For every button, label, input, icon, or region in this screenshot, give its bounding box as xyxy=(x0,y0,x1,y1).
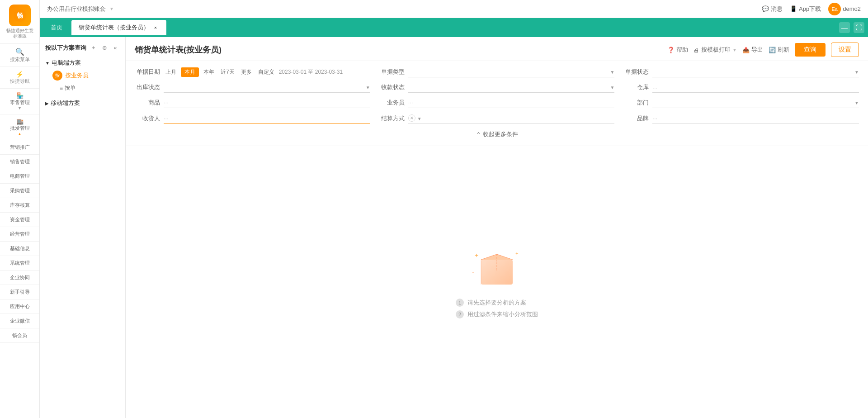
consignee-label: 收货人 xyxy=(135,114,160,123)
query-button[interactable]: 查询 xyxy=(795,43,826,57)
app-download-btn[interactable]: 📱 App下载 xyxy=(790,5,821,13)
sidebar-item-purchase[interactable]: 采购管理 xyxy=(0,184,39,198)
brand-select[interactable]: ··· xyxy=(652,115,859,122)
pc-scheme-label: 电脑端方案 xyxy=(52,59,81,67)
product-control: ··· xyxy=(164,97,370,108)
date-btn-more[interactable]: 更多 xyxy=(239,67,254,77)
salesperson-filter: 业务员 ··· xyxy=(379,97,615,108)
department-select[interactable] xyxy=(652,99,859,106)
print-btn[interactable]: 🖨 按模板打印 ▼ xyxy=(693,46,737,54)
export-icon: 📤 xyxy=(742,47,750,53)
sidebar-item-appstore[interactable]: 应用中心 xyxy=(0,299,39,314)
settlement-arrow xyxy=(417,115,422,122)
basic-label: 基础信息 xyxy=(2,245,38,252)
warehouse-select[interactable]: ... xyxy=(652,84,859,90)
collapse-panel-btn[interactable]: « xyxy=(111,43,120,52)
sidebar-item-finance[interactable]: 资金管理 xyxy=(0,213,39,227)
department-filter: 部门 xyxy=(623,97,859,108)
empty-tips: 1 请先选择要分析的方案 2 用过滤条件来缩小分析范围 xyxy=(456,299,538,318)
sidebar-item-wechat[interactable]: 企业微信 xyxy=(0,314,39,328)
out-status-select[interactable] xyxy=(164,84,370,90)
filter-row-3: 商品 ··· 业务员 ··· xyxy=(135,97,859,108)
topbar-left: 办公用品行业模拟账套 ▼ xyxy=(47,5,114,13)
inventory-label: 库存核算 xyxy=(2,202,38,209)
tab-sales-stats[interactable]: 销货单统计表（按业务员） × xyxy=(71,20,166,35)
tab-home-label: 首页 xyxy=(51,24,62,32)
sidebar-item-ecommerce[interactable]: 电商管理 xyxy=(0,169,39,184)
pc-scheme-triangle: ▼ xyxy=(45,61,50,66)
minimize-btn[interactable]: — xyxy=(839,22,850,33)
collapse-icon: ⌃ xyxy=(476,131,481,138)
main-area: 办公用品行业模拟账套 ▼ 💬 消息 📱 App下载 Ea demo2 首页 xyxy=(40,0,868,418)
order-type-select[interactable] xyxy=(408,68,615,75)
print-dropdown-icon[interactable]: ▼ xyxy=(732,48,737,52)
tip2-num: 2 xyxy=(456,310,464,318)
refresh-icon: 🔄 xyxy=(769,47,776,53)
svg-text:⬥: ⬥ xyxy=(472,270,474,274)
sidebar-item-inventory[interactable]: 库存核算 xyxy=(0,198,39,213)
date-btn-thismonth[interactable]: 本月 xyxy=(181,67,199,77)
scheme-item-salesperson[interactable]: 按 按业务员 xyxy=(40,69,125,82)
account-dropdown-icon[interactable]: ▼ xyxy=(109,6,114,11)
logo-icon: 畅 xyxy=(9,5,31,26)
setting-button[interactable]: 设置 xyxy=(831,43,859,57)
help-label: 帮助 xyxy=(676,46,688,54)
sidebar-item-sales[interactable]: 销售管理 xyxy=(0,155,39,169)
refresh-btn[interactable]: 🔄 刷新 xyxy=(769,46,789,54)
maximize-btn[interactable]: ⛶ xyxy=(854,22,864,33)
sidebar-item-enterprise[interactable]: 企业协同 xyxy=(0,271,39,285)
product-filter: 商品 ··· xyxy=(135,97,370,108)
export-btn[interactable]: 📤 导出 xyxy=(742,46,763,54)
mobile-scheme-header[interactable]: ▶ 移动端方案 xyxy=(40,97,125,109)
salesperson-select[interactable]: ··· xyxy=(408,99,615,106)
user-avatar-area[interactable]: Ea demo2 xyxy=(828,3,861,15)
filter-row-1: 单据日期 上月 本月 本年 近7天 更多 自定义 2023-03-01 至 20… xyxy=(135,66,859,77)
add-scheme-btn[interactable]: + xyxy=(89,43,98,52)
date-btn-thisyear[interactable]: 本年 xyxy=(202,67,216,77)
help-btn[interactable]: ❓ 帮助 xyxy=(667,46,688,54)
tab-home[interactable]: 首页 xyxy=(43,20,70,35)
settlement-clear-btn[interactable]: × xyxy=(408,114,415,122)
pc-scheme-header[interactable]: ▼ 电脑端方案 xyxy=(40,57,125,69)
tab-close-btn[interactable]: × xyxy=(152,24,159,31)
department-control xyxy=(652,97,859,108)
consignee-filter: 收货人 ··· xyxy=(135,113,370,124)
sidebar-item-guide[interactable]: 新手引导 xyxy=(0,285,39,299)
salesperson-icon: 按 xyxy=(52,71,62,81)
sidebar-item-system[interactable]: 系统管理 xyxy=(0,256,39,271)
account-name[interactable]: 办公用品行业模拟账套 xyxy=(47,5,106,13)
warehouse-control: ... xyxy=(652,82,859,93)
date-btn-custom[interactable]: 自定义 xyxy=(256,67,276,77)
scheme-salesperson-label: 按业务员 xyxy=(65,71,89,80)
product-select[interactable]: ··· xyxy=(164,99,370,106)
settlement-select[interactable]: × xyxy=(408,114,615,122)
logo-text: 畅捷通好生意 标准版 xyxy=(2,28,37,39)
date-btn-7days[interactable]: 近7天 xyxy=(219,67,236,77)
scheme-item-order[interactable]: ≡ 按单 xyxy=(40,82,125,94)
operation-label: 经营管理 xyxy=(2,231,38,238)
sidebar-item-operation[interactable]: 经营管理 xyxy=(0,227,39,242)
order-status-filter: 单据状态 xyxy=(623,66,859,77)
out-status-filter: 出库状态 xyxy=(135,82,370,93)
messages-btn[interactable]: 💬 消息 xyxy=(762,5,783,13)
svg-text:✦: ✦ xyxy=(515,251,519,256)
search-menu-item[interactable]: 🔍 搜索菜单 xyxy=(0,44,39,67)
out-status-control xyxy=(164,82,370,93)
sidebar-item-retail[interactable]: 🏪 零售管理 ▼ xyxy=(0,89,39,114)
sidebar-item-basic[interactable]: 基础信息 xyxy=(0,242,39,256)
order-status-label: 单据状态 xyxy=(623,68,649,76)
purchase-label: 采购管理 xyxy=(2,187,38,194)
shortcut-nav-item[interactable]: ⚡ 快捷导航 xyxy=(0,67,39,89)
sidebar-item-vip[interactable]: 畅会员 xyxy=(0,328,39,343)
messages-label: 消息 xyxy=(771,5,783,13)
collapse-filters-btn[interactable]: ⌃ 收起更多条件 xyxy=(135,128,859,140)
sidebar-item-marketing[interactable]: 营销推广 xyxy=(0,140,39,155)
date-btn-lastmonth[interactable]: 上月 xyxy=(164,67,178,77)
mobile-scheme-triangle: ▶ xyxy=(45,101,49,106)
order-status-select[interactable] xyxy=(652,68,859,75)
order-status-arrow xyxy=(854,68,859,75)
sidebar-item-wholesale[interactable]: 🏬 批发管理 ▲ xyxy=(0,114,39,140)
copy-scheme-btn[interactable]: ⊙ xyxy=(100,43,109,52)
receipt-status-select[interactable] xyxy=(408,84,615,90)
consignee-select[interactable]: ··· xyxy=(164,115,370,122)
